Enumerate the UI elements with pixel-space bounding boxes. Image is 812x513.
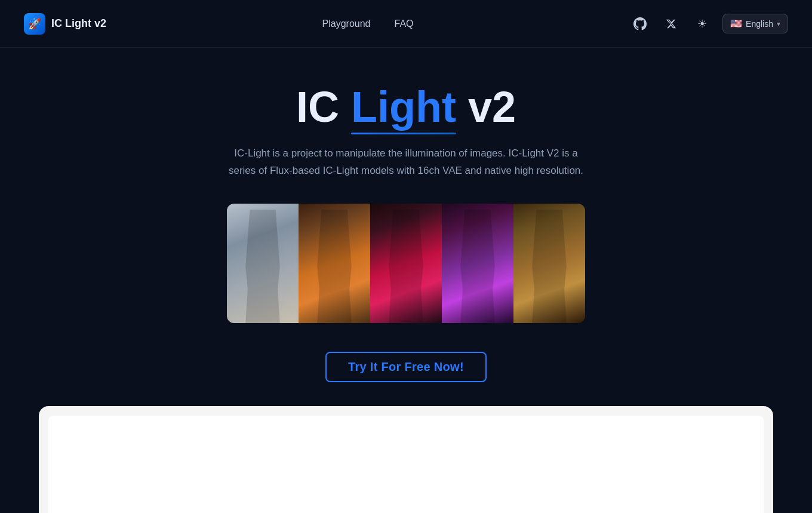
theme-toggle-icon: ☀	[697, 17, 707, 30]
image-strip	[227, 204, 585, 323]
hero-title: IC Light v2	[296, 84, 516, 131]
flag-icon: 🇺🇸	[730, 18, 742, 29]
logo[interactable]: 🚀 IC Light v2	[24, 13, 106, 35]
image-cell-5	[513, 204, 585, 323]
image-cell-2	[299, 204, 370, 323]
logo-icon: 🚀	[24, 13, 45, 35]
main-content: IC Light v2 IC-Light is a project to man…	[0, 48, 812, 513]
cta-button[interactable]: Try It For Free Now!	[325, 352, 487, 382]
logo-title: IC Light v2	[51, 17, 106, 30]
x-twitter-button[interactable]	[660, 13, 682, 35]
x-twitter-icon	[666, 19, 676, 29]
github-icon	[633, 17, 647, 30]
playground-container	[39, 406, 773, 513]
title-prefix: IC	[296, 83, 351, 131]
image-cell-4	[442, 204, 513, 323]
theme-toggle-button[interactable]: ☀	[691, 13, 713, 35]
language-selector[interactable]: 🇺🇸 English ▾	[722, 14, 788, 33]
main-nav: Playground FAQ	[322, 19, 414, 29]
header-actions: ☀ 🇺🇸 English ▾	[629, 13, 788, 35]
header: 🚀 IC Light v2 Playground FAQ ☀ 🇺🇸 Englis…	[0, 0, 812, 48]
image-cell-3	[370, 204, 442, 323]
nav-playground[interactable]: Playground	[322, 19, 371, 29]
github-button[interactable]	[629, 13, 651, 35]
title-suffix: v2	[456, 83, 516, 131]
title-highlight: Light	[351, 84, 456, 131]
language-label: English	[746, 19, 773, 29]
hero-description: IC-Light is a project to manipulate the …	[221, 145, 591, 180]
chevron-down-icon: ▾	[777, 20, 780, 28]
nav-faq[interactable]: FAQ	[395, 19, 414, 29]
playground-inner	[48, 416, 764, 513]
image-cell-1	[227, 204, 299, 323]
